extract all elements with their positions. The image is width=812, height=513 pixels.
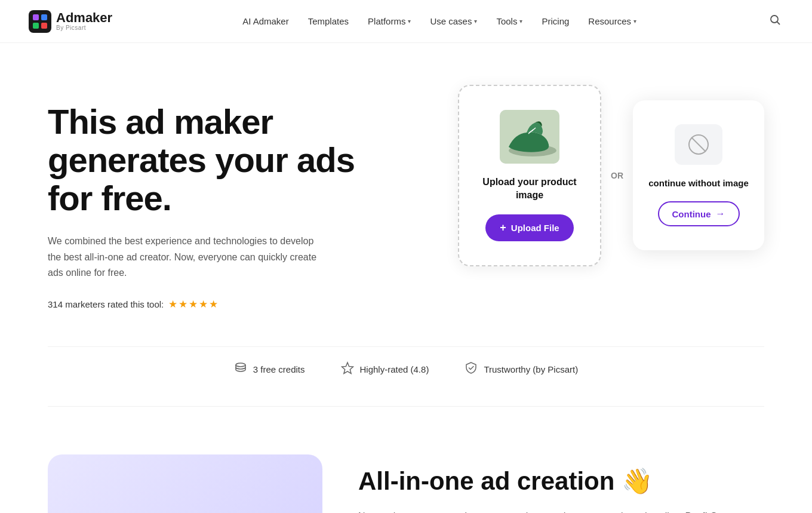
shoe-image (500, 110, 559, 164)
nav-templates[interactable]: Templates (308, 16, 349, 26)
upload-card: Upload your product image + Upload File (458, 85, 601, 266)
svg-line-12 (691, 137, 706, 152)
svg-rect-4 (41, 23, 47, 29)
nav-platforms[interactable]: Platforms ▾ (368, 16, 411, 26)
nav-pricing[interactable]: Pricing (542, 16, 569, 26)
logo-brand: Admaker (56, 11, 112, 24)
chevron-down-icon: ▾ (408, 18, 411, 24)
nav-ai-admaker[interactable]: AI Admaker (242, 16, 289, 26)
svg-point-5 (771, 16, 778, 23)
upload-file-button[interactable]: + Upload File (485, 214, 573, 241)
star-4: ★ (199, 298, 208, 311)
nav-use-cases[interactable]: Use cases ▾ (430, 16, 477, 26)
hero-right: Upload your product image + Upload File … (458, 85, 764, 266)
hero-section: This ad maker generates your ads for fre… (0, 43, 812, 346)
rating-label: 314 marketers rated this tool: (48, 299, 164, 309)
stack-icon (234, 361, 247, 377)
arrow-right-icon: → (716, 208, 725, 219)
product-image-preview (500, 110, 559, 164)
search-icon[interactable] (767, 11, 783, 31)
hero-left: This ad maker generates your ads for fre… (48, 91, 382, 311)
section2-visual (48, 454, 322, 513)
chevron-down-icon: ▾ (633, 18, 636, 24)
svg-marker-14 (342, 363, 353, 374)
or-divider: OR (601, 171, 633, 180)
no-image-icon (675, 124, 722, 165)
star-2: ★ (179, 298, 187, 311)
continue-card-title: continue without image (648, 177, 749, 189)
chevron-down-icon: ▾ (474, 18, 477, 24)
star-1: ★ (168, 298, 177, 311)
badge-trustworthy: Trustworthy (by Picsart) (465, 361, 578, 377)
star-5: ★ (209, 298, 218, 311)
shield-icon (465, 361, 478, 377)
star-3: ★ (189, 298, 198, 311)
star-badge-icon (341, 361, 354, 377)
section2-description: Now, truly, everyone can become a market… (358, 508, 764, 513)
main-nav: AI Admaker Templates Platforms ▾ Use cas… (242, 16, 636, 26)
badge-highly-rated-label: Highly-rated (4.8) (360, 364, 429, 374)
continue-button[interactable]: Continue → (658, 201, 740, 226)
upload-card-title: Upload your product image (476, 176, 583, 202)
logo-icon (29, 10, 51, 33)
section2-title: All-in-one ad creation 👋 (358, 466, 764, 496)
badges-row: 3 free credits Highly-rated (4.8) Trustw… (48, 346, 764, 407)
continue-card: continue without image Continue → (633, 100, 764, 250)
logo[interactable]: Admaker By Picsart (29, 10, 112, 33)
badge-trustworthy-label: Trustworthy (by Picsart) (484, 364, 578, 374)
plus-icon: + (500, 222, 506, 234)
logo-sub: By Picsart (56, 24, 112, 31)
svg-rect-3 (33, 23, 39, 29)
header-right (767, 11, 783, 31)
nav-tools[interactable]: Tools ▾ (496, 16, 522, 26)
svg-rect-0 (29, 10, 51, 33)
nav-resources[interactable]: Resources ▾ (588, 16, 636, 26)
badge-free-credits: 3 free credits (234, 361, 305, 377)
badge-highly-rated: Highly-rated (4.8) (341, 361, 429, 377)
section2: All-in-one ad creation 👋 Now, truly, eve… (0, 407, 812, 513)
svg-point-13 (236, 363, 245, 367)
hero-title: This ad maker generates your ads for fre… (48, 103, 382, 217)
svg-rect-2 (41, 14, 47, 20)
hero-description: We combined the best experience and tech… (48, 234, 322, 281)
star-rating: ★ ★ ★ ★ ★ (168, 298, 218, 311)
rating-row: 314 marketers rated this tool: ★ ★ ★ ★ ★ (48, 298, 382, 311)
badge-free-credits-label: 3 free credits (253, 364, 305, 374)
header: Admaker By Picsart AI Admaker Templates … (0, 0, 812, 43)
section2-text: All-in-one ad creation 👋 Now, truly, eve… (358, 454, 764, 513)
chevron-down-icon: ▾ (519, 18, 522, 24)
svg-rect-1 (33, 14, 39, 20)
